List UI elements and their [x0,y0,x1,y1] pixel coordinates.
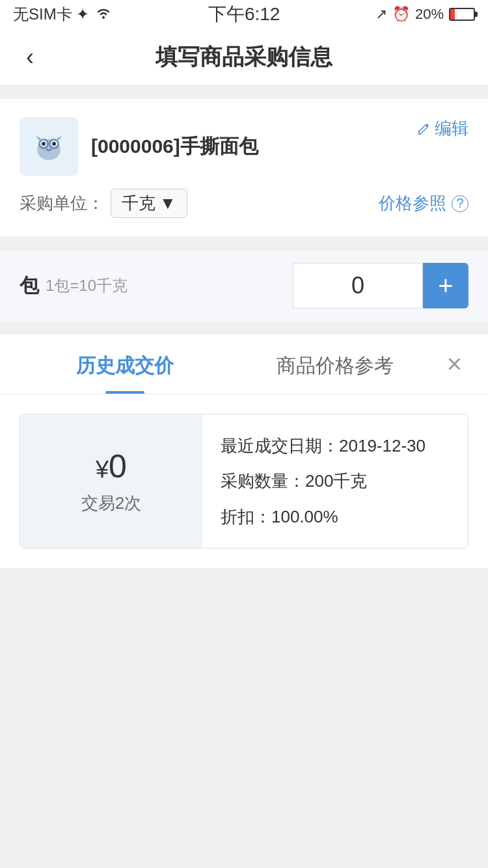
unit-value: 千克 [122,192,156,215]
unit-label: 采购单位： [20,192,104,215]
divider-1 [0,236,488,249]
svg-point-6 [42,142,46,146]
purchase-quantity-row: 采购数量：200千克 [221,469,450,493]
edit-label: 编辑 [435,117,468,140]
status-bar: 无SIM卡 ✦ 下午6:12 ↗ ⏰ 20% [0,0,488,29]
quantity-value: 0 [351,272,364,299]
quantity-unit-desc: 1包=10千克 [46,275,128,296]
svg-point-7 [52,142,56,146]
history-trades: 交易2次 [81,492,141,515]
quantity-unit-badge: 包 [20,273,39,299]
discount-label: 折扣： [221,507,271,526]
tab-close-button[interactable]: × [441,343,468,385]
tab-price-reference[interactable]: 商品价格参考 [230,334,440,394]
status-left: 无SIM卡 ✦ [13,4,113,25]
quantity-label-area: 包 1包=10千克 [20,273,128,299]
history-content: ¥0 交易2次 最近成交日期：2019-12-30 采购数量：200千克 折扣：… [0,394,488,568]
product-bottom: 采购单位： 千克 ▼ 价格参照 ? [20,189,468,218]
history-card-left: ¥0 交易2次 [20,414,202,548]
product-thumbnail [20,117,78,176]
product-left: [0000006]手撕面包 [20,117,258,176]
price-reference-button[interactable]: 价格参照 ? [379,192,468,215]
alarm-icon: ⏰ [392,6,410,23]
status-right: ↗ ⏰ 20% [375,6,475,23]
quantity-row: 包 1包=10千克 0 + [0,250,488,321]
unit-row: 采购单位： 千克 ▼ [20,189,187,218]
page-title: 填写商品采购信息 [156,42,332,72]
product-card: [0000006]手撕面包 编辑 采购单位： 千克 ▼ 价格参照 ? [0,99,488,236]
quantity-detail-value: 200千克 [305,471,367,491]
nav-bar: ‹ 填写商品采购信息 [0,29,488,86]
back-button[interactable]: ‹ [20,37,40,77]
quantity-section: 包 1包=10千克 0 + [0,249,488,321]
carrier-text: 无SIM卡 ✦ [13,4,89,25]
currency-symbol: ¥ [96,456,109,483]
tabs-header: 历史成交价 商品价格参考 × [0,334,488,394]
history-card: ¥0 交易2次 最近成交日期：2019-12-30 采购数量：200千克 折扣：… [20,414,468,549]
svg-point-0 [102,16,105,19]
quantity-label: 采购数量： [221,471,305,491]
quantity-input[interactable]: 0 [293,263,423,308]
history-card-right: 最近成交日期：2019-12-30 采购数量：200千克 折扣：100.00% [202,414,468,548]
edit-icon [416,122,431,136]
edit-button[interactable]: 编辑 [416,117,468,140]
recent-date-row: 最近成交日期：2019-12-30 [221,434,450,457]
quantity-plus-button[interactable]: + [423,263,468,308]
discount-row: 折扣：100.00% [221,505,450,528]
wifi-icon [94,5,113,23]
battery-percent: 20% [415,6,444,23]
tabs-section: 历史成交价 商品价格参考 × ¥0 交易2次 最近成交日期：2019-12-30… [0,334,488,568]
history-price: ¥0 [96,448,127,485]
location-icon: ↗ [375,6,387,23]
recent-date-label: 最近成交日期： [221,436,339,455]
recent-date-value: 2019-12-30 [339,436,426,455]
quantity-controls: 0 + [293,263,468,308]
dropdown-arrow-icon: ▼ [159,193,176,213]
tab-history-price[interactable]: 历史成交价 [20,334,230,394]
status-time: 下午6:12 [208,2,280,27]
battery-icon [449,8,475,21]
owl-logo-icon [29,127,68,166]
price-ref-label: 价格参照 [379,192,446,215]
product-top: [0000006]手撕面包 编辑 [20,117,468,176]
price-value: 0 [109,448,127,485]
help-icon: ? [452,195,468,212]
product-name: [0000006]手撕面包 [91,133,258,160]
unit-select[interactable]: 千克 ▼ [111,189,187,218]
discount-value: 100.00% [271,507,338,526]
